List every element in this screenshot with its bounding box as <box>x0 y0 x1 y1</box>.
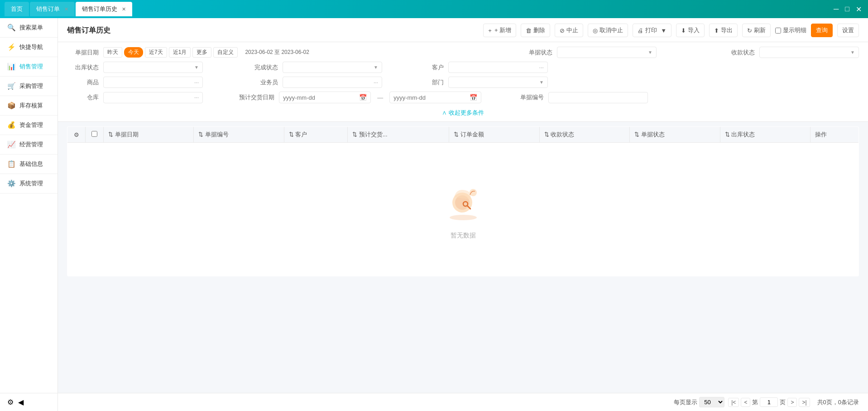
date-btn-yesterday[interactable]: 昨天 <box>103 47 122 58</box>
col-settings[interactable]: ⚙ <box>67 127 86 143</box>
department-filter[interactable]: ▼ <box>448 77 548 88</box>
settings-label: 设置 <box>842 26 854 34</box>
payment-status-input[interactable] <box>763 49 850 56</box>
sidebar-item-operation[interactable]: 📈 经营管理 <box>0 135 58 155</box>
filter-section: 单据日期 昨天 今天 近7天 近1月 更多 自定义 2023-06-02 至 2… <box>58 42 868 122</box>
refresh-icon: ↻ <box>747 27 752 34</box>
tab-sales-order-history[interactable]: 销售订单历史 ✕ <box>76 2 132 16</box>
delivery-status-input[interactable] <box>107 64 194 71</box>
settings-bottom-icon[interactable]: ⚙ <box>7 398 14 406</box>
col-checkbox[interactable] <box>86 127 104 143</box>
print-button[interactable]: 🖨 打印 ▼ <box>633 24 671 37</box>
date-btn-custom[interactable]: 自定义 <box>213 47 238 58</box>
tab-sales-order-close[interactable]: ✕ <box>64 6 68 12</box>
order-number-filter[interactable] <box>548 92 648 103</box>
collapse-sidebar-icon[interactable]: ◀ <box>18 398 24 406</box>
delivery-date-from-input[interactable] <box>283 94 359 101</box>
table-container: ⚙ ⇅ 单据日期 ⇅ 单据编号 ⇅ 客户 ⇅ 预计交货... <box>58 122 868 393</box>
sidebar-item-inventory[interactable]: 📦 库存核算 <box>0 96 58 116</box>
warehouse-filter[interactable]: ··· <box>103 92 203 103</box>
completion-status-input[interactable] <box>287 64 374 71</box>
col-delivery-date[interactable]: ⇅ 预计交货... <box>348 127 449 143</box>
page-title: 销售订单历史 <box>67 26 110 35</box>
col-date[interactable]: ⇅ 单据日期 <box>104 127 194 143</box>
search-icon: 🔍 <box>7 24 16 32</box>
delete-icon: 🗑 <box>526 27 532 34</box>
col-number[interactable]: ⇅ 单据编号 <box>194 127 284 143</box>
tab-sales-order-history-close[interactable]: ✕ <box>122 6 126 12</box>
sidebar-item-quick-nav-label: 快捷导航 <box>19 43 43 51</box>
sidebar-item-quick-nav[interactable]: ⚡ 快捷导航 <box>0 38 58 57</box>
display-toggle[interactable]: 显示明细 <box>775 26 806 34</box>
customer-input[interactable] <box>452 64 539 71</box>
col-customer-label: ⇅ 客户 <box>289 131 307 138</box>
query-button[interactable]: 查询 <box>811 24 833 37</box>
stop-button[interactable]: ⊘ 中止 <box>555 24 583 37</box>
settings-button[interactable]: 设置 <box>837 24 859 37</box>
sidebar-item-sales[interactable]: 📊 销售管理 <box>0 57 58 77</box>
delivery-date-from-filter[interactable]: 📅 <box>279 92 371 103</box>
refresh-label: 刷新 <box>754 26 766 34</box>
first-page-button[interactable]: |< <box>728 398 739 407</box>
import-button[interactable]: ⬇ 导入 <box>676 24 705 37</box>
collapse-row[interactable]: ∧ 收起更多条件 <box>67 107 859 117</box>
new-button[interactable]: + + 新增 <box>483 24 516 37</box>
order-status-input[interactable] <box>561 49 648 56</box>
last-page-button[interactable]: >| <box>799 398 810 407</box>
tab-sales-order[interactable]: 销售订单 ✕ <box>30 2 75 16</box>
date-btn-today[interactable]: 今天 <box>124 47 143 58</box>
completion-status-filter[interactable]: ▼ <box>283 62 382 73</box>
sidebar-item-capital[interactable]: 💰 资金管理 <box>0 116 58 135</box>
delivery-status-filter[interactable]: ▼ <box>103 62 203 73</box>
select-all-checkbox[interactable] <box>91 131 97 137</box>
payment-status-arrow-icon: ▼ <box>850 50 855 55</box>
col-order-status[interactable]: ⇅ 单据状态 <box>630 127 720 143</box>
sidebar-item-purchase[interactable]: 🛒 采购管理 <box>0 77 58 96</box>
quick-nav-icon: ⚡ <box>7 43 16 51</box>
col-customer[interactable]: ⇅ 客户 <box>284 127 347 143</box>
department-input[interactable] <box>452 79 539 86</box>
sidebar-item-basic-info-label: 基础信息 <box>19 160 43 168</box>
col-delivery-status[interactable]: ⇅ 出库状态 <box>720 127 810 143</box>
date-separator: — <box>377 94 383 101</box>
page-suffix: 页 <box>780 398 786 406</box>
salesperson-input[interactable] <box>287 79 374 86</box>
per-page-select[interactable]: 50 10 20 100 <box>699 397 724 407</box>
delivery-date-to-filter[interactable]: 📅 <box>389 92 481 103</box>
sidebar-item-system[interactable]: ⚙️ 系统管理 <box>0 174 58 193</box>
minimize-button[interactable]: ─ <box>832 3 840 15</box>
display-toggle-checkbox[interactable] <box>775 28 781 34</box>
order-number-input[interactable] <box>552 94 644 101</box>
warehouse-input[interactable] <box>107 94 194 101</box>
sidebar-item-search[interactable]: 🔍 搜索菜单 <box>0 18 58 38</box>
sidebar: 🔍 搜索菜单 ⚡ 快捷导航 📊 销售管理 🛒 采购管理 📦 库存核算 💰 资金管… <box>0 18 58 411</box>
page-number-input[interactable] <box>760 397 778 407</box>
sidebar-bottom: ⚙ ◀ <box>0 393 58 411</box>
col-amount[interactable]: ⇅ 订单金额 <box>449 127 539 143</box>
date-btn-more[interactable]: 更多 <box>192 47 211 58</box>
maximize-button[interactable]: □ <box>843 3 851 15</box>
prev-page-button[interactable]: < <box>741 398 750 407</box>
empty-icon <box>441 179 486 224</box>
sidebar-item-basic-info[interactable]: 📋 基础信息 <box>0 155 58 174</box>
goods-filter[interactable]: ··· <box>103 77 203 88</box>
delivery-date-to-input[interactable] <box>393 94 470 101</box>
salesperson-filter[interactable]: ··· <box>283 77 382 88</box>
data-table: ⚙ ⇅ 单据日期 ⇅ 单据编号 ⇅ 客户 ⇅ 预计交货... <box>67 126 859 276</box>
cancel-stop-button[interactable]: ◎ 取消中止 <box>588 24 628 37</box>
next-page-button[interactable]: > <box>787 398 797 407</box>
refresh-button[interactable]: ↻ 刷新 <box>742 24 771 37</box>
payment-status-filter[interactable]: ▼ <box>759 47 859 58</box>
calendar-from-icon[interactable]: 📅 <box>359 94 367 101</box>
export-button[interactable]: ⬆ 导出 <box>709 24 738 37</box>
delete-button[interactable]: 🗑 删除 <box>521 24 550 37</box>
col-payment-status[interactable]: ⇅ 收款状态 <box>539 127 629 143</box>
order-status-filter[interactable]: ▼ <box>557 47 657 58</box>
customer-filter[interactable]: ··· <box>448 62 548 73</box>
calendar-to-icon[interactable]: 📅 <box>470 94 477 101</box>
close-button[interactable]: ✕ <box>854 3 863 15</box>
tab-home[interactable]: 首页 <box>5 2 29 16</box>
goods-input[interactable] <box>107 79 194 86</box>
date-btn-1month[interactable]: 近1月 <box>169 47 191 58</box>
date-btn-7days[interactable]: 近7天 <box>145 47 167 58</box>
